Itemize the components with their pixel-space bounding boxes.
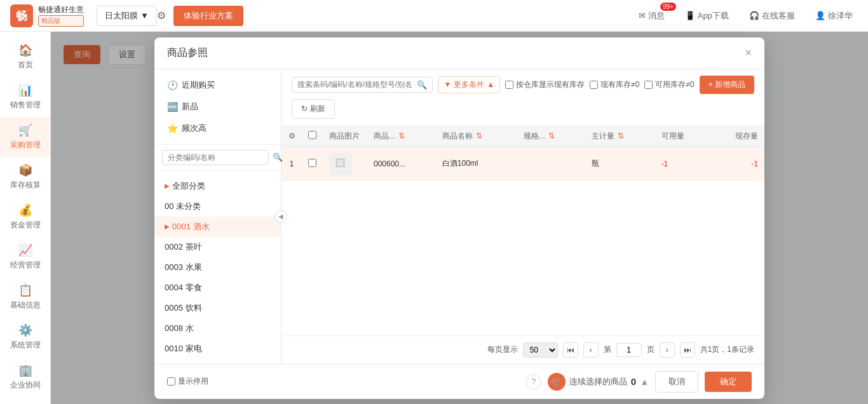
row-checkbox[interactable] <box>308 159 316 167</box>
logo-text: 畅捷通好生意 精品版 <box>38 4 84 27</box>
cell-stock: -1 <box>710 147 764 180</box>
category-item-all[interactable]: ▶ 全部分类 <box>154 176 281 196</box>
table-header: ⚙ 商品图片 商品... ⇅ <box>281 126 764 147</box>
show-disabled-checkbox[interactable] <box>167 377 175 386</box>
sidebar-label-sales: 销售管理 <box>10 100 41 111</box>
category-item-0003-label: 0003 水果 <box>165 262 202 273</box>
filter-icon: ▼ <box>444 80 451 89</box>
gear-icon[interactable]: ⚙ <box>157 10 166 22</box>
nav-dropdown[interactable]: 日太阳膜 ▼ <box>97 6 157 26</box>
show-disabled-label[interactable]: 显示停用 <box>167 376 208 387</box>
cell-code: 000600... <box>367 147 436 180</box>
cart-icon[interactable]: 🛒 <box>548 373 566 391</box>
page-number-input[interactable] <box>616 343 642 357</box>
category-item-00[interactable]: 00 未分类 <box>154 196 281 217</box>
sidebar-item-guide[interactable]: 🎯 新手引导 <box>0 397 50 404</box>
product-table-wrap: ⚙ 商品图片 商品... ⇅ <box>281 126 764 335</box>
modal-title: 商品参照 <box>167 46 208 60</box>
check-stock-not-zero-label[interactable]: 现有库存≠0 <box>590 79 639 90</box>
user-menu-button[interactable]: 👤 徐泽华 <box>810 8 858 24</box>
cell-spec <box>517 147 585 180</box>
sidebar-item-purchase[interactable]: 🛒 采购管理 <box>0 117 50 157</box>
sidebar-item-collab[interactable]: 🏢 企业协同 <box>0 357 50 397</box>
modal-footer: 显示停用 ? 🛒 连续选择的商品 0 ▲ 取消 确定 <box>154 364 764 399</box>
category-item-0001-label: 0001 酒水 <box>172 221 210 232</box>
app-download-button[interactable]: 📱 App下载 <box>680 8 734 24</box>
per-page-select[interactable]: 50 100 200 <box>523 342 558 358</box>
help-icon[interactable]: ? <box>526 374 541 389</box>
search-icon-btn[interactable]: 🔍 <box>417 80 427 90</box>
online-service-button[interactable]: 🎧 在线客服 <box>744 8 800 24</box>
category-item-0008[interactable]: 0008 水 <box>154 318 281 339</box>
modal-close-button[interactable]: × <box>745 46 752 60</box>
product-search-input[interactable] <box>297 80 414 89</box>
basic-icon: 📋 <box>18 283 32 297</box>
add-product-button[interactable]: + 新增商品 <box>700 76 754 94</box>
prev-page-button[interactable]: ‹ <box>583 342 599 358</box>
sidebar-item-inventory[interactable]: 📦 库存核算 <box>0 157 50 197</box>
right-toolbar: 🔍 ▼ 更多条件 ▲ 按仓库显示现有库存 <box>281 69 764 126</box>
sidebar-item-home[interactable]: 🏠 首页 <box>0 37 50 77</box>
sidebar-item-finance[interactable]: 💰 资金管理 <box>0 197 50 237</box>
category-search-input[interactable] <box>162 150 269 165</box>
th-name-sort-icon: ⇅ <box>476 131 482 140</box>
sidebar-label-home: 首页 <box>18 60 33 71</box>
system-icon: ⚙️ <box>18 323 32 337</box>
modal-body: 🕐 近期购买 🆕 新品 ⭐ 频次高 <box>154 69 764 364</box>
product-table: ⚙ 商品图片 商品... ⇅ <box>281 126 764 181</box>
category-item-0004[interactable]: 0004 零食 <box>154 278 281 298</box>
category-item-0010[interactable]: 0010 家电 <box>154 339 281 359</box>
select-all-checkbox[interactable] <box>308 131 316 139</box>
sidebar: 🏠 首页 📊 销售管理 🛒 采购管理 📦 库存核算 💰 资金管理 📈 经营管理 … <box>0 32 51 404</box>
product-search-wrap: 🔍 <box>292 77 433 93</box>
home-icon: 🏠 <box>18 43 32 57</box>
check-stock-not-zero-input[interactable] <box>590 81 598 89</box>
sidebar-item-business[interactable]: 📈 经营管理 <box>0 237 50 277</box>
th-unit[interactable]: 主计量 ⇅ <box>585 126 655 147</box>
more-filters-button[interactable]: ▼ 更多条件 ▲ <box>438 76 500 93</box>
trial-industry-button[interactable]: 体验行业方案 <box>173 6 243 26</box>
category-item-0002[interactable]: 0002 茶叶 <box>154 237 281 257</box>
th-name[interactable]: 商品名称 ⇅ <box>436 126 517 147</box>
modal-header: 商品参照 × <box>154 37 764 69</box>
check-by-warehouse-label[interactable]: 按仓库显示现有库存 <box>505 79 585 90</box>
th-image: 商品图片 <box>323 126 367 147</box>
username-label: 徐泽华 <box>828 10 853 22</box>
quick-item-frequent[interactable]: ⭐ 频次高 <box>162 119 273 138</box>
quick-item-recent-label: 近期购买 <box>182 79 215 91</box>
th-settings[interactable]: ⚙ <box>281 126 302 147</box>
refresh-button[interactable]: ↻ 刷新 <box>292 99 335 119</box>
category-item-0005[interactable]: 0005 饮料 <box>154 298 281 318</box>
check-by-warehouse-input[interactable] <box>505 81 513 89</box>
cart-collapse-arrow[interactable]: ▲ <box>640 377 649 387</box>
search-icon[interactable]: 🔍 <box>273 152 283 162</box>
check-available-not-zero-label[interactable]: 可用库存≠0 <box>644 79 694 90</box>
product-reference-modal: 商品参照 × 🕐 近期购买 🆕 <box>154 37 764 399</box>
messages-button[interactable]: ✉ 消息 99+ <box>634 8 670 24</box>
cancel-button[interactable]: 取消 <box>655 371 698 393</box>
cell-checkbox[interactable] <box>302 147 323 180</box>
next-page-button[interactable]: › <box>660 342 675 358</box>
first-page-button[interactable]: ⏮ <box>563 342 578 358</box>
sidebar-item-sales[interactable]: 📊 销售管理 <box>0 77 50 117</box>
th-unit-sort-icon: ⇅ <box>618 131 624 140</box>
category-list: ▶ 全部分类 00 未分类 ▶ 0001 酒水 0002 茶 <box>154 171 281 364</box>
sidebar-item-system[interactable]: ⚙️ 系统管理 <box>0 317 50 357</box>
th-checkbox[interactable] <box>302 126 323 147</box>
confirm-button[interactable]: 确定 <box>705 372 752 392</box>
category-item-0003[interactable]: 0003 水果 <box>154 257 281 278</box>
table-row[interactable]: 1 🖼 000600... 白酒100ml <box>281 147 764 180</box>
quick-item-new[interactable]: 🆕 新品 <box>162 97 273 116</box>
th-code[interactable]: 商品... ⇅ <box>367 126 436 147</box>
left-panel-collapse-button[interactable]: ◀ <box>275 210 287 223</box>
category-item-0001[interactable]: ▶ 0001 酒水 <box>154 217 281 237</box>
last-page-button[interactable]: ⏭ <box>680 342 695 358</box>
cell-available: -1 <box>655 147 710 180</box>
check-available-not-zero-input[interactable] <box>644 81 653 89</box>
th-spec[interactable]: 规格... ⇅ <box>517 126 585 147</box>
quick-item-recent[interactable]: 🕐 近期购买 <box>162 76 273 95</box>
sidebar-item-basic[interactable]: 📋 基础信息 <box>0 277 50 317</box>
total-info: 共1页，1条记录 <box>700 344 754 355</box>
refresh-label: 刷新 <box>310 104 325 114</box>
sidebar-label-inventory: 库存核算 <box>10 180 41 191</box>
